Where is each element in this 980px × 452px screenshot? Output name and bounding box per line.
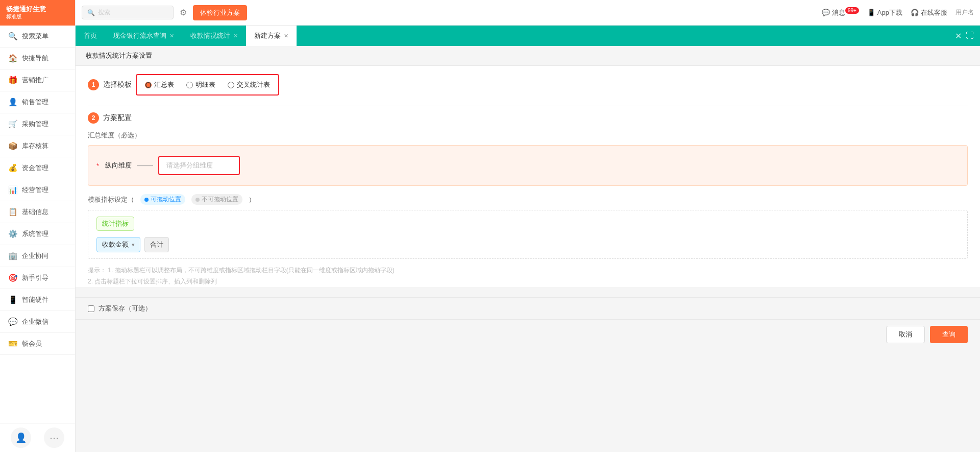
radio-summary[interactable]: 汇总表 xyxy=(145,80,174,89)
main-area: 🔍 搜索 ⚙ 体验行业方案 💬 消息 99+ 📱 App下载 🎧 在线客服 用户… xyxy=(76,0,980,452)
message-icon: 💬 xyxy=(822,9,830,16)
sidebar-item-finance[interactable]: 💰 资金管理 xyxy=(0,157,75,179)
sidebar-item-system[interactable]: ⚙️ 系统管理 xyxy=(0,223,75,245)
sidebar-item-label: 采购管理 xyxy=(22,120,48,129)
sidebar-avatar-btn[interactable]: 👤 xyxy=(11,427,31,448)
step1-label: 选择模板 xyxy=(103,80,132,89)
radio-cross[interactable]: 交叉统计表 xyxy=(228,80,270,89)
sidebar-item-label: 搜索菜单 xyxy=(22,32,48,41)
page-title: 收款情况统计方案设置 xyxy=(76,46,980,66)
topbar: 🔍 搜索 ⚙ 体验行业方案 💬 消息 99+ 📱 App下载 🎧 在线客服 用户… xyxy=(76,0,980,26)
radio-detail-input[interactable] xyxy=(186,82,193,88)
sidebar-bottom: 👤 ⋯ xyxy=(0,423,75,452)
radio-detail-label: 明细表 xyxy=(195,80,215,89)
settings-icon: ⚙️ xyxy=(8,229,18,239)
step2-header: 2 方案配置 xyxy=(88,112,968,124)
divider1 xyxy=(88,106,968,106)
sidebar-item-label: 资金管理 xyxy=(22,163,48,173)
dimension-row: * 纵向维度 —— 请选择分组维度 xyxy=(96,156,959,175)
non-draggable-badge: 不可拖动位置 xyxy=(191,194,242,205)
metric-subtag-label: 合计 xyxy=(150,241,163,248)
required-star: * xyxy=(96,162,99,170)
dimension-select[interactable]: 请选择分组维度 xyxy=(158,156,240,175)
sidebar-item-inventory[interactable]: 📦 库存核算 xyxy=(0,135,75,157)
sidebar-item-label: 销售管理 xyxy=(22,98,48,107)
tab-home[interactable]: 首页 xyxy=(76,26,105,46)
save-label: 方案保存（可选） xyxy=(99,304,152,313)
app-download-btn[interactable]: 📱 App下载 xyxy=(867,8,902,17)
sidebar-item-marketing[interactable]: 🎁 营销推广 xyxy=(0,69,75,91)
step2-section: 2 方案配置 汇总维度（必选） * 纵向维度 —— 请选择分组维度 xyxy=(88,112,968,287)
sidebar-item-hardware[interactable]: 📱 智能硬件 xyxy=(0,289,75,311)
tabs-close-icon[interactable]: ✕ xyxy=(955,31,962,41)
dimension-placeholder: 请选择分组维度 xyxy=(166,161,213,169)
tab-collection-stat[interactable]: 收款情况统计 ✕ xyxy=(182,26,246,46)
template-options-box: 汇总表 明细表 交叉统计表 xyxy=(136,74,279,96)
sidebar-item-label: 智能硬件 xyxy=(22,295,48,304)
topbar-search-icon: 🔍 xyxy=(87,9,95,16)
topbar-gear-icon[interactable]: ⚙ xyxy=(180,8,187,17)
save-section: 方案保存（可选） xyxy=(76,297,980,319)
tabs-actions: ✕ ⛶ xyxy=(955,31,980,41)
message-btn[interactable]: 💬 消息 99+ xyxy=(822,8,859,17)
cancel-button[interactable]: 取消 xyxy=(886,326,925,343)
metric-tag-label: 收款金额 xyxy=(102,240,129,249)
hint-area: 提示： 1. 拖动标题栏可以调整布局，不可跨维度或指标区域拖动栏目字段(只能在同… xyxy=(88,265,968,287)
tabs-expand-icon[interactable]: ⛶ xyxy=(966,31,974,40)
search-icon: 🔍 xyxy=(8,32,18,41)
sidebar-item-basic[interactable]: 📋 基础信息 xyxy=(0,201,75,223)
topbar-search-box[interactable]: 🔍 搜索 xyxy=(82,6,174,19)
save-checkbox[interactable] xyxy=(88,305,94,312)
tab-new-plan[interactable]: 新建方案 ✕ xyxy=(246,26,297,46)
sidebar-item-label: 营销推广 xyxy=(22,76,48,85)
chart-icon: 📊 xyxy=(8,185,18,195)
service-icon: 🎧 xyxy=(911,9,919,16)
chat-icon: 💬 xyxy=(8,317,18,326)
app-download-label: App下载 xyxy=(877,8,902,17)
sidebar-item-label: 快捷导航 xyxy=(22,54,48,63)
sidebar-item-enterprise[interactable]: 🏢 企业协同 xyxy=(0,245,75,267)
cart-icon: 🛒 xyxy=(8,120,18,129)
radio-detail[interactable]: 明细表 xyxy=(186,80,215,89)
non-draggable-label: 不可拖动位置 xyxy=(202,195,238,204)
query-button[interactable]: 查询 xyxy=(930,326,968,343)
sidebar-item-operation[interactable]: 📊 经营管理 xyxy=(0,179,75,201)
message-badge: 99+ xyxy=(845,7,859,14)
metrics-header: 模板指标设定（ 可拖动位置 不可拖动位置 ） xyxy=(88,194,968,205)
tab-bank-flow-label: 现金银行流水查询 xyxy=(113,31,166,40)
industry-btn[interactable]: 体验行业方案 xyxy=(193,5,247,20)
metrics-config-label-start: 模板指标设定（ xyxy=(88,195,134,204)
radio-cross-input[interactable] xyxy=(228,82,234,88)
sidebar-item-purchase[interactable]: 🛒 采购管理 xyxy=(0,113,75,135)
metric-tag-collection[interactable]: 收款金额 ▾ xyxy=(96,237,140,252)
metric-subtag-total[interactable]: 合计 xyxy=(144,237,169,252)
sidebar-item-quick-nav[interactable]: 🏠 快捷导航 xyxy=(0,47,75,69)
tab-bank-flow[interactable]: 现金银行流水查询 ✕ xyxy=(105,26,182,46)
home-icon: 🏠 xyxy=(8,54,18,63)
online-service-btn[interactable]: 🎧 在线客服 xyxy=(911,8,947,17)
step1-section: 1 选择模板 汇总表 明细表 交叉统计表 xyxy=(88,74,968,96)
tab-collection-stat-close[interactable]: ✕ xyxy=(233,33,238,39)
tabs-bar: 首页 现金银行流水查询 ✕ 收款情况统计 ✕ 新建方案 ✕ ✕ ⛶ xyxy=(76,26,980,46)
sidebar-item-label: 系统管理 xyxy=(22,229,48,239)
chevron-down-icon: ▾ xyxy=(132,242,135,248)
sidebar-item-guide[interactable]: 🎯 新手引导 xyxy=(0,267,75,289)
dimension-title: 汇总维度（必选） xyxy=(88,131,968,140)
hint-line-1: 提示： 1. 拖动标题栏可以调整布局，不可跨维度或指标区域拖动栏目字段(只能在同… xyxy=(88,265,968,276)
sidebar-item-search[interactable]: 🔍 搜索菜单 xyxy=(0,26,75,47)
tab-new-plan-label: 新建方案 xyxy=(254,31,281,40)
download-icon: 📱 xyxy=(867,9,875,16)
message-label: 消息 xyxy=(832,8,845,17)
dimension-area: * 纵向维度 —— 请选择分组维度 xyxy=(88,145,968,186)
footer: 取消 查询 xyxy=(76,319,980,349)
sidebar-item-weixin[interactable]: 💬 企业微信 xyxy=(0,311,75,333)
sidebar-item-label: 畅会员 xyxy=(22,339,42,348)
radio-summary-input[interactable] xyxy=(145,82,152,88)
tab-bank-flow-close[interactable]: ✕ xyxy=(169,33,174,39)
tab-new-plan-close[interactable]: ✕ xyxy=(284,33,288,39)
sidebar-item-member[interactable]: 🎫 畅会员 xyxy=(0,333,75,355)
sidebar-extra-btn[interactable]: ⋯ xyxy=(44,427,64,448)
tab-home-label: 首页 xyxy=(84,31,97,40)
hint-line-2: 2. 点击标题栏下拉可设置排序、插入列和删除列 xyxy=(88,276,968,288)
sidebar-item-sales[interactable]: 👤 销售管理 xyxy=(0,91,75,113)
